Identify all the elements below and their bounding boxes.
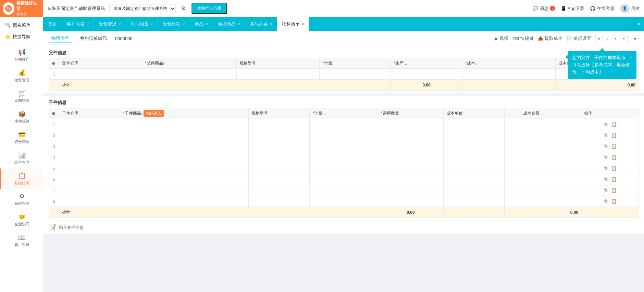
delete-btn-1[interactable]: 🗑	[602, 121, 609, 128]
search-menu-item[interactable]: 🔍 搜索菜单	[3, 19, 40, 31]
scan-button[interactable]: 扫码录入	[144, 110, 164, 117]
child-quantity-2[interactable]	[378, 130, 444, 141]
copy-btn-3[interactable]: 📋	[610, 143, 617, 150]
sidebar-item-guide[interactable]: 📖 新手引导	[0, 230, 43, 251]
parent-product-1[interactable]	[142, 69, 236, 80]
tab-goods[interactable]: 商品 ×	[190, 17, 213, 31]
child-unit-6[interactable]	[310, 174, 362, 185]
child-spec-1[interactable]	[249, 119, 310, 130]
copy-btn-6[interactable]: 📋	[610, 176, 617, 183]
delete-btn-7[interactable]: 🗑	[602, 187, 609, 194]
child-unitcost-2[interactable]	[444, 130, 505, 141]
child-quantity-1[interactable]	[378, 119, 444, 130]
child-quantity-7[interactable]	[378, 185, 444, 196]
child-warehouse-6[interactable]	[59, 174, 120, 185]
child-quantity-6[interactable]	[378, 174, 444, 185]
parent-production-1[interactable]	[391, 69, 462, 80]
tab-operations[interactable]: 经营情况 ×	[94, 17, 126, 31]
copy-btn-8[interactable]: 📋	[610, 198, 617, 205]
expand-btn[interactable]: ≡	[632, 35, 639, 42]
cost-button[interactable]: 📥 提取成本	[538, 35, 562, 42]
delete-btn-2[interactable]: 🗑	[602, 132, 609, 139]
sidebar-item-enterprise[interactable]: 🤝 企业协同	[0, 210, 43, 230]
delete-btn-4[interactable]: 🗑	[602, 154, 609, 161]
system-selector[interactable]: 装备及固定资产辅助管理系统	[109, 4, 176, 13]
parent-col-settings[interactable]: ⚙	[49, 58, 59, 69]
copy-btn-2[interactable]: 📋	[610, 132, 617, 139]
delete-btn-8[interactable]: 🗑	[602, 198, 609, 205]
tab-customer-close[interactable]: ×	[87, 22, 89, 26]
child-product-3[interactable]	[120, 141, 249, 152]
online-service-button[interactable]: 🎧 在线客服	[590, 5, 615, 12]
sidebar-item-operations[interactable]: 📊 经营管理	[0, 148, 43, 168]
child-quantity-5[interactable]	[378, 163, 444, 174]
child-unit-1[interactable]	[310, 119, 362, 130]
tab-profit-close[interactable]: ×	[151, 22, 153, 26]
child-product-7[interactable]	[120, 185, 249, 196]
sidebar-item-sales[interactable]: 💰 销售管理	[0, 66, 43, 86]
tab-bom-close[interactable]: ×	[302, 22, 304, 26]
tab-barcode-close[interactable]: ×	[270, 22, 272, 26]
child-spec-6[interactable]	[249, 174, 310, 185]
child-unitcost-4[interactable]	[444, 152, 505, 163]
child-warehouse-2[interactable]	[59, 130, 120, 141]
child-col-settings[interactable]: ⚙	[49, 108, 59, 119]
sidebar-item-marketing[interactable]: 📢 营销推广	[0, 45, 43, 66]
tab-operations-close[interactable]: ×	[119, 22, 121, 26]
parent-unit-1[interactable]	[319, 69, 391, 80]
child-warehouse-4[interactable]	[59, 152, 120, 163]
parent-warehouse-1[interactable]	[59, 69, 142, 80]
child-unit-7[interactable]	[310, 185, 362, 196]
child-unit-8[interactable]	[310, 196, 362, 207]
sidebar-item-finance[interactable]: 💳 资金管理	[0, 127, 43, 148]
close-all-tabs[interactable]: ×	[634, 21, 644, 27]
tab-goods-close[interactable]: ×	[206, 22, 208, 26]
child-warehouse-5[interactable]	[59, 163, 120, 174]
child-quantity-3[interactable]	[378, 141, 444, 152]
child-unitcost-8[interactable]	[444, 196, 505, 207]
child-quantity-4[interactable]	[378, 152, 444, 163]
sidebar-item-inventory[interactable]: 📦 库存核算	[0, 107, 43, 127]
child-product-4[interactable]	[120, 152, 249, 163]
child-warehouse-3[interactable]	[59, 141, 120, 152]
child-spec-2[interactable]	[249, 130, 310, 141]
first-page-btn[interactable]: «	[595, 35, 603, 42]
tooltip-close-btn[interactable]: ×	[630, 54, 632, 61]
copy-btn-5[interactable]: 📋	[610, 165, 617, 172]
delete-btn-6[interactable]: 🗑	[602, 176, 609, 183]
child-product-6[interactable]	[120, 174, 249, 185]
child-spec-3[interactable]	[249, 141, 310, 152]
child-warehouse-8[interactable]	[59, 196, 120, 207]
last-page-btn[interactable]: »	[620, 35, 628, 42]
child-unit-2[interactable]	[310, 130, 362, 141]
child-product-1[interactable]	[120, 119, 249, 130]
trial-button[interactable]: 体验行业方案	[191, 3, 227, 14]
prev-page-btn[interactable]: ‹	[604, 35, 611, 42]
child-warehouse-7[interactable]	[59, 185, 120, 196]
child-unit-5[interactable]	[310, 163, 362, 174]
copy-btn-4[interactable]: 📋	[610, 154, 617, 161]
tab-history-close[interactable]: ×	[183, 22, 185, 26]
shortcut-button[interactable]: ⌨ 快捷键	[512, 35, 534, 42]
delete-btn-5[interactable]: 🗑	[602, 165, 609, 172]
sidebar-item-purchase[interactable]: 🛒 采购管理	[0, 86, 43, 107]
sub-tab-bom[interactable]: 物料清单	[49, 34, 72, 43]
child-spec-7[interactable]	[249, 185, 310, 196]
app-download-button[interactable]: 📱 App下载	[561, 5, 584, 12]
tab-home[interactable]: 首页	[43, 17, 62, 31]
tab-profit[interactable]: 利润报告 ×	[126, 17, 158, 31]
child-spec-4[interactable]	[249, 152, 310, 163]
child-quantity-8[interactable]	[378, 196, 444, 207]
tab-new-goods[interactable]: 新增商品 ×	[213, 17, 245, 31]
child-unitcost-6[interactable]	[444, 174, 505, 185]
child-spec-8[interactable]	[249, 196, 310, 207]
view-button[interactable]: ▶ 视频	[495, 35, 508, 42]
settings-icon[interactable]: ⚙	[180, 4, 187, 13]
tab-barcode[interactable]: 条码方案 ×	[245, 17, 277, 31]
tab-history[interactable]: 经营历程 ×	[158, 17, 190, 31]
child-unitcost-3[interactable]	[444, 141, 505, 152]
quick-nav-item[interactable]: ⭐ 快捷导航	[3, 31, 40, 43]
copy-btn-1[interactable]: 📋	[610, 121, 617, 128]
sidebar-item-system[interactable]: ⚙ 系统管理	[0, 189, 43, 210]
parent-spec-1[interactable]	[236, 69, 319, 80]
